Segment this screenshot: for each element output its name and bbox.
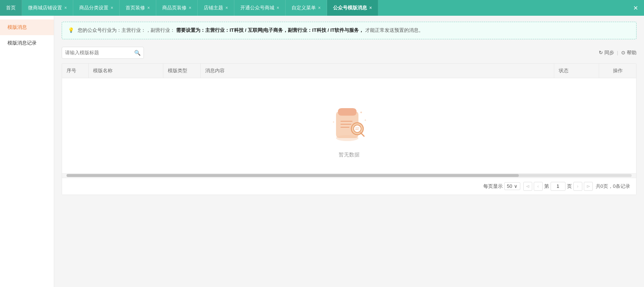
per-page-dropdown[interactable]: 50 ∨ (504, 182, 520, 190)
close-template-msg[interactable]: × (369, 5, 372, 10)
sync-button[interactable]: ↻ 同步 (599, 49, 614, 56)
col-header-seq: 序号 (62, 64, 88, 78)
empty-state: ✦ ✦ ✦ 暂无数据 (62, 78, 636, 173)
last-page-button[interactable]: ⊳ (584, 182, 593, 191)
pagination-bar: 每页显示 50 ∨ ⊲ ‹ 第 页 › ⊳ 共0页，0条记录 (62, 178, 636, 195)
scrollbar-track (67, 174, 632, 177)
nav-category-settings[interactable]: 商品分类设置 × (73, 0, 120, 16)
dropdown-arrow-icon: ∨ (514, 183, 518, 189)
next-page-button[interactable]: › (573, 182, 582, 191)
close-store-theme[interactable]: × (225, 5, 228, 10)
page-navigation: ⊲ ‹ 第 页 › ⊳ (523, 182, 593, 191)
col-header-status: 状态 (554, 64, 599, 78)
svg-text:✦: ✦ (360, 110, 363, 115)
nav-template-msg[interactable]: 公众号模版消息 × (327, 0, 378, 16)
close-product-decoration[interactable]: × (189, 5, 191, 10)
sync-icon: ↻ (599, 50, 603, 55)
scrollbar-thumb[interactable] (67, 174, 519, 177)
sidebar: 模版消息 模版消息记录 (0, 16, 54, 287)
nav-custom-menu[interactable]: 自定义菜单 × (286, 0, 327, 16)
nav-store-settings[interactable]: 微商城店铺设置 × (22, 0, 73, 16)
top-nav: 首页 微商城店铺设置 × 商品分类设置 × 首页装修 × 商品页装修 × 店铺主… (0, 0, 644, 16)
page-number-input[interactable] (551, 182, 566, 191)
nav-store-theme[interactable]: 店铺主题 × (198, 0, 234, 16)
close-home-decoration[interactable]: × (147, 5, 150, 10)
close-store-settings[interactable]: × (64, 5, 67, 10)
svg-text:✦: ✦ (332, 120, 335, 124)
search-left: 🔍 (62, 47, 144, 59)
divider: | (617, 50, 618, 55)
help-button[interactable]: ⊙ 帮助 (621, 49, 637, 56)
search-input-wrap: 🔍 (62, 47, 144, 59)
prev-page-button[interactable]: ‹ (534, 182, 543, 191)
main-layout: 模版消息 模版消息记录 💡 您的公众号行业为：主营行业：，副营行业： 需要设置为… (0, 16, 644, 287)
nav-home-decoration[interactable]: 首页装修 × (120, 0, 156, 16)
svg-point-5 (354, 125, 361, 132)
search-input[interactable] (65, 50, 134, 55)
close-custom-menu[interactable]: × (318, 5, 321, 10)
first-page-button[interactable]: ⊲ (523, 182, 532, 191)
table-wrapper: 序号 模版名称 模版类型 消息内容 状态 操作 (62, 63, 637, 195)
close-open-wechat[interactable]: × (277, 5, 279, 10)
nav-open-wechat[interactable]: 开通公众号商城 × (234, 0, 286, 16)
empty-text: 暂无数据 (339, 152, 360, 158)
nav-product-decoration[interactable]: 商品页装修 × (156, 0, 198, 16)
search-icon[interactable]: 🔍 (134, 50, 141, 56)
search-bar: 🔍 ↻ 同步 | ⊙ 帮助 (62, 47, 637, 59)
col-header-name: 模版名称 (88, 64, 163, 78)
close-category-settings[interactable]: × (111, 5, 113, 10)
col-header-content: 消息内容 (200, 64, 554, 78)
empty-illustration: ✦ ✦ ✦ (327, 101, 372, 146)
notice-box: 💡 您的公众号行业为：主营行业：，副营行业： 需要设置为：主营行业：IT科技 /… (62, 22, 637, 39)
horizontal-scrollbar[interactable] (62, 173, 636, 178)
page-size-select: 每页显示 50 ∨ (483, 182, 520, 190)
total-info: 共0页，0条记录 (596, 183, 630, 190)
table-header: 序号 模版名称 模版类型 消息内容 状态 操作 (62, 64, 636, 78)
col-header-action: 操作 (599, 64, 636, 78)
nav-home[interactable]: 首页 (0, 0, 22, 16)
help-icon: ⊙ (621, 50, 625, 55)
sidebar-item-template-message-log[interactable]: 模版消息记录 (0, 35, 54, 51)
search-right: ↻ 同步 | ⊙ 帮助 (599, 49, 637, 56)
svg-text:✦: ✦ (364, 119, 367, 122)
close-all-tabs[interactable]: ✕ (627, 0, 644, 16)
sidebar-item-template-message[interactable]: 模版消息 (0, 19, 54, 35)
main-content: 💡 您的公众号行业为：主营行业：，副营行业： 需要设置为：主营行业：IT科技 /… (54, 16, 644, 287)
notice-icon: 💡 (68, 27, 74, 33)
col-header-type: 模版类型 (163, 64, 200, 78)
svg-line-6 (361, 133, 364, 136)
